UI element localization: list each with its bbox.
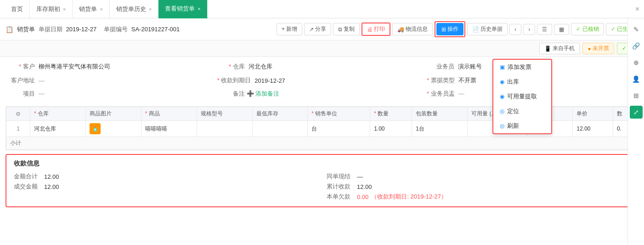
ticket-type-value: 不开票	[457, 75, 478, 85]
tab-view-sales-close[interactable]: ×	[198, 6, 200, 11]
warehouse-field: 仓库 河北仓库	[217, 62, 427, 72]
out-warehouse-icon: ◉	[500, 79, 504, 85]
note-label: 备注	[217, 90, 245, 98]
main-toolbar: 📋 销货单 单据日期 2019-12-27 单据编号 SA-20191227-0…	[0, 18, 644, 40]
col-unit-price: 单价	[573, 107, 613, 121]
mobile-icon: 📱	[544, 46, 551, 52]
add-invoice-item[interactable]: ▣ 添加发票	[493, 60, 551, 74]
locate-label: 定位	[507, 107, 519, 115]
payment-col-right: 同单现结 — 累计收款 12.00 本单欠款 0.00 （收款到期日: 2019…	[327, 171, 630, 202]
tab-home[interactable]: 首页	[5, 0, 30, 18]
print-icon: 🖨	[367, 26, 373, 33]
tab-sales-history-close[interactable]: ×	[149, 6, 152, 12]
share-button[interactable]: ↗ 分享	[304, 23, 331, 35]
print-button[interactable]: 🖨 打印	[362, 23, 390, 36]
deal-amount-value: 12.00	[44, 183, 59, 190]
cancelled-button[interactable]: ✓ 已核销	[571, 23, 604, 35]
expand-sidebar-icon[interactable]: ⤢	[630, 106, 643, 119]
tab-view-sales[interactable]: 查看销货单 ×	[158, 0, 207, 18]
circle-icon: ●	[588, 46, 591, 52]
col-image: 商品图片	[85, 107, 141, 121]
staff-label: 业务员盂	[427, 90, 455, 98]
total-value: 12.00	[44, 173, 59, 180]
payment-grid: 金额合计 12.00 成交金额 12.00 同单现结 — 累计收款	[14, 171, 630, 202]
view-grid-button[interactable]: ▦	[554, 24, 569, 35]
nav-next-button[interactable]: ›	[523, 24, 535, 35]
available-fetch-icon: ◉	[500, 93, 504, 100]
link-sidebar-icon[interactable]: 🔗	[630, 40, 643, 52]
view-list-button[interactable]: ☰	[537, 24, 552, 35]
customer-label: 客户	[7, 63, 35, 71]
right-sidebar: ✎ 🔗 ⊕ 👤 ⊞ ⤢	[627, 18, 644, 245]
project-field: 项目 —	[7, 89, 217, 98]
refresh-item[interactable]: ◎ 刷新	[493, 119, 551, 133]
copy-icon: ⧉	[338, 26, 342, 33]
locate-icon: ◎	[500, 108, 504, 114]
tab-sales-history[interactable]: 销货单历史 ×	[110, 0, 158, 18]
row-image: 🧴	[85, 121, 141, 137]
address-field: 客户地址 —	[7, 76, 217, 85]
tab-sales-order-close[interactable]: ×	[100, 6, 102, 12]
tab-inventory-init-close[interactable]: ×	[63, 6, 66, 12]
salesperson-label: 业务员	[427, 63, 454, 71]
subtotal-label: 小计	[6, 137, 638, 150]
payment-section: 收款信息 金额合计 12.00 成交金额 12.00 同单现结 —	[6, 154, 638, 207]
row-index: 1	[6, 121, 30, 137]
col-quantity: 数量	[370, 107, 412, 121]
nav-prev-button[interactable]: ‹	[509, 24, 521, 35]
logistics-icon: 🚚	[397, 26, 404, 33]
operations-dropdown: ▣ 添加发票 ◉ 出库 ◉ 可用量提取 ◎ 定位 ◎ 刷新	[492, 59, 552, 134]
row-pack-qty: 1台	[412, 121, 468, 137]
doc-title-section: 📋 销货单 单据日期 2019-12-27 单据编号 SA-20191227-0…	[6, 25, 274, 34]
operations-icon: ⊞	[441, 26, 446, 33]
operations-highlight: ⊞ 操作	[435, 21, 465, 37]
add-invoice-label: 添加发票	[508, 63, 531, 71]
user-sidebar-icon[interactable]: 👤	[630, 73, 643, 85]
project-value: —	[37, 89, 46, 98]
cumulative-value: 12.00	[357, 183, 372, 190]
refresh-icon: ◎	[500, 123, 504, 129]
toolbar-actions: + 新增 ↗ 分享 ⧉ 复制 🖨 打印 🚚 物流信息	[277, 21, 638, 37]
number-label: 单据编号 SA-20191227-001	[104, 25, 180, 34]
history-icon: 📄	[472, 26, 479, 33]
payment-title: 收款信息	[14, 160, 630, 168]
at-sidebar-icon[interactable]: ⊕	[630, 56, 643, 69]
from-mobile-button[interactable]: 📱 来自手机	[539, 43, 580, 54]
doc-icon: 📋	[6, 26, 13, 33]
out-warehouse-label: 出库	[507, 78, 519, 86]
copy-button[interactable]: ⧉ 复制	[333, 23, 360, 35]
row-warehouse: 河北仓库	[30, 121, 86, 137]
tab-sales-order[interactable]: 销货单 ×	[73, 0, 109, 18]
operations-button[interactable]: ⊞ 操作	[436, 23, 463, 35]
col-sales-unit: 销售单位	[308, 107, 370, 121]
window-close-button[interactable]: ×	[635, 5, 639, 13]
history-button[interactable]: 📄 历史单据	[467, 23, 508, 35]
payment-date-field: 收款到期日 2019-12-27	[217, 76, 427, 85]
locate-item[interactable]: ◎ 定位	[493, 104, 551, 119]
cumulative-label: 累计收款	[327, 182, 354, 191]
col-gear: ⚙	[6, 107, 30, 121]
salesperson-value: 演示账号	[456, 62, 484, 72]
staff-value: —	[457, 89, 466, 98]
add-invoice-icon: ▣	[500, 64, 505, 70]
col-pack-qty: 包装数量	[412, 107, 468, 121]
address-value: —	[37, 76, 46, 85]
doc-type-label: 销货单	[17, 25, 35, 34]
address-label: 客户地址	[7, 76, 35, 85]
add-note-button[interactable]: ➕ 添加备注	[247, 90, 280, 98]
deal-amount-label: 成交金额	[14, 182, 41, 191]
tab-inventory-init[interactable]: 库存期初 ×	[30, 0, 73, 18]
same-order-label: 同单现结	[327, 172, 354, 181]
same-order-row: 同单现结 —	[327, 171, 630, 182]
new-button[interactable]: + 新增	[277, 23, 302, 35]
table-sidebar-icon[interactable]: ⊞	[630, 89, 643, 102]
balance-row: 本单欠款 0.00 （收款到期日: 2019-12-27）	[327, 192, 630, 202]
subtotal-row: 小计	[6, 137, 638, 150]
row-quantity: 1.00	[370, 121, 412, 137]
edit-sidebar-icon[interactable]: ✎	[630, 23, 643, 36]
out-warehouse-item[interactable]: ◉ 出库	[493, 74, 551, 89]
logistics-button[interactable]: 🚚 物流信息	[392, 23, 433, 35]
balance-note: （收款到期日: 2019-12-27）	[371, 193, 447, 201]
not-opened-badge: ● 未开票	[582, 43, 614, 54]
available-fetch-item[interactable]: ◉ 可用量提取	[493, 89, 551, 104]
